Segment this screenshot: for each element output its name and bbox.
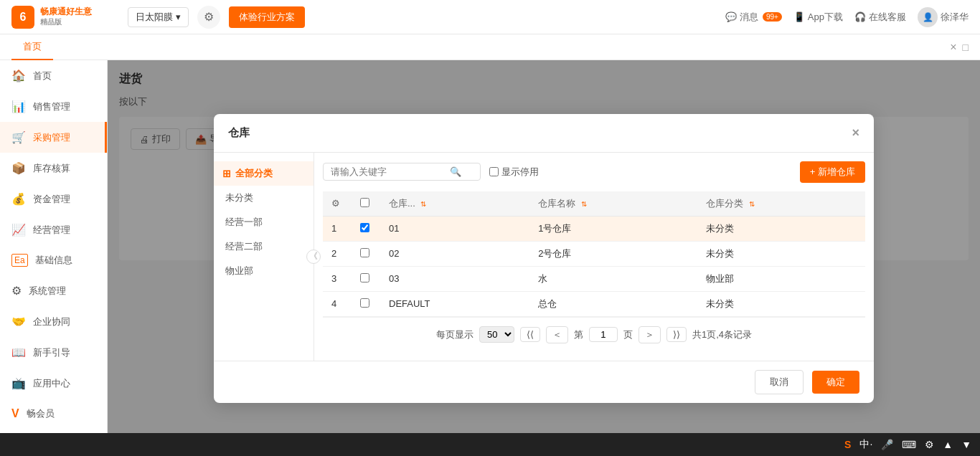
table-row[interactable]: 1 01 1号仓库 未分类 — [323, 216, 865, 241]
row-code: 03 — [380, 266, 529, 291]
select-all-checkbox[interactable] — [360, 198, 369, 207]
prev-page-button[interactable]: ＜ — [546, 326, 568, 343]
row-code: 01 — [380, 216, 529, 241]
confirm-button[interactable]: 确定 — [812, 371, 859, 394]
sidebar-item-guide[interactable]: 📖 新手引导 — [0, 337, 107, 368]
expand-window-icon[interactable]: □ — [963, 42, 969, 53]
operations-icon: 📈 — [11, 223, 26, 237]
close-window-icon[interactable]: × — [950, 41, 956, 54]
sidebar-label-finance: 资金管理 — [33, 193, 70, 206]
store-selector[interactable]: 日太阳膜 ▾ — [128, 7, 189, 27]
enterprise-icon: 🤝 — [11, 315, 26, 328]
nav-tabs-bar: 首页 × □ — [0, 34, 980, 60]
row-checkbox[interactable] — [360, 298, 369, 308]
col-category[interactable]: 仓库分类 ⇅ — [697, 191, 865, 217]
sidebar-item-home[interactable]: 🏠 首页 — [0, 60, 107, 91]
last-page-button[interactable]: ⟩⟩ — [666, 327, 687, 342]
settings-bottom-icon[interactable]: ⚙ — [925, 439, 934, 450]
table-row[interactable]: 3 03 水 物业部 — [323, 266, 865, 291]
table-row[interactable]: 2 02 2号仓库 未分类 — [323, 241, 865, 266]
cancel-button[interactable]: 取消 — [755, 370, 804, 394]
modal-toolbar: 🔍 显示停用 + 新增仓库 — [323, 161, 865, 183]
sidebar-item-sales[interactable]: 📊 销售管理 — [0, 91, 107, 122]
modal-body: ⊞ 全部分类 未分类 经营一部 经营二部 物业部 《 — [214, 153, 874, 361]
sidebar: 🏠 首页 📊 销售管理 🛒 采购管理 📦 库存核算 💰 资金管理 📈 经营管理 … — [0, 60, 108, 456]
pagination: 每页显示 50 ⟨⟨ ＜ 第 页 ＞ ⟩⟩ 共1页,4条记录 — [323, 317, 865, 352]
row-num: 4 — [323, 291, 352, 316]
category-item-ops1[interactable]: 经营一部 — [214, 210, 314, 234]
col-name-label: 仓库名称 — [538, 198, 575, 209]
first-page-button[interactable]: ⟨⟨ — [520, 327, 540, 342]
table-header-row: ⚙ 仓库... ⇅ — [323, 191, 865, 217]
category-item-ops2[interactable]: 经营二部 — [214, 234, 314, 259]
add-warehouse-button[interactable]: + 新增仓库 — [800, 161, 865, 183]
row-checkbox-cell — [352, 241, 380, 266]
customer-service-button[interactable]: 🎧 在线客服 — [854, 11, 906, 24]
settings-icon[interactable]: ⚙ — [197, 6, 220, 29]
try-industry-button[interactable]: 体验行业方案 — [229, 6, 305, 28]
row-checkbox[interactable] — [360, 223, 369, 232]
sidebar-item-apps[interactable]: 📺 应用中心 — [0, 368, 107, 399]
all-category-button[interactable]: ⊞ 全部分类 — [214, 161, 314, 186]
avatar-icon: 👤 — [918, 7, 938, 27]
table-row[interactable]: 4 DEFAULT 总仓 未分类 — [323, 291, 865, 316]
row-checkbox[interactable] — [360, 273, 369, 282]
down-arrow-icon[interactable]: ▼ — [961, 439, 971, 450]
next-page-button[interactable]: ＞ — [639, 326, 661, 343]
finance-icon: 💰 — [11, 192, 26, 206]
store-name: 日太阳膜 — [136, 11, 173, 24]
row-warehouse-name: 总仓 — [529, 291, 697, 316]
collapse-sidebar-button[interactable]: 《 — [306, 250, 321, 264]
sidebar-item-system[interactable]: ⚙ 系统管理 — [0, 275, 107, 306]
category-item-property[interactable]: 物业部 — [214, 259, 314, 283]
zh-label[interactable]: 中· — [859, 438, 872, 451]
user-avatar[interactable]: 👤 徐泽华 — [918, 7, 969, 27]
sidebar-item-member[interactable]: V 畅会员 — [0, 399, 107, 429]
row-code: 02 — [380, 241, 529, 266]
sidebar-label-purchase: 采购管理 — [33, 131, 70, 144]
show-disabled-checkbox-label[interactable]: 显示停用 — [489, 166, 539, 179]
up-arrow-icon[interactable]: ▲ — [943, 439, 953, 450]
table-settings-icon[interactable]: ⚙ — [331, 198, 340, 209]
page-number-input[interactable] — [589, 327, 618, 342]
per-page-select[interactable]: 50 — [479, 326, 514, 343]
nav-tab-home[interactable]: 首页 — [11, 34, 53, 60]
app-download-button[interactable]: 📱 App下载 — [793, 11, 843, 24]
sidebar-label-system: 系统管理 — [29, 285, 66, 298]
keyboard-icon[interactable]: ⌨ — [902, 439, 916, 450]
microphone-icon[interactable]: 🎤 — [881, 439, 893, 450]
sidebar-item-purchase[interactable]: 🛒 采购管理 — [0, 122, 107, 153]
header-actions: 💬 消息 99+ 📱 App下载 🎧 在线客服 👤 徐泽华 — [725, 7, 969, 27]
show-disabled-checkbox[interactable] — [489, 167, 499, 176]
message-button[interactable]: 💬 消息 99+ — [725, 11, 782, 24]
col-name[interactable]: 仓库名称 ⇅ — [529, 191, 697, 217]
sidebar-label-basic-info: 基础信息 — [35, 254, 72, 267]
col-code[interactable]: 仓库... ⇅ — [380, 191, 529, 217]
main-content: 进货 按以下 🖨 打印 📤 导出 🔄 刷新 查询 设置 — [108, 60, 980, 456]
username: 徐泽华 — [941, 11, 969, 24]
modal-category-sidebar: ⊞ 全部分类 未分类 经营一部 经营二部 物业部 《 — [214, 153, 314, 361]
search-input[interactable] — [331, 166, 446, 177]
modal-close-button[interactable]: × — [852, 125, 859, 141]
row-checkbox[interactable] — [360, 248, 369, 257]
system-icon: ⚙ — [11, 284, 22, 298]
sidebar-item-inventory[interactable]: 📦 库存核算 — [0, 153, 107, 184]
row-code: DEFAULT — [380, 291, 529, 316]
sidebar-label-enterprise: 企业协同 — [33, 315, 70, 328]
per-page-label: 每页显示 — [436, 328, 473, 341]
app-logo-icon: 6 — [11, 6, 34, 29]
all-category-label: 全部分类 — [235, 167, 273, 180]
sidebar-label-home: 首页 — [33, 70, 52, 82]
modal-main-content: 🔍 显示停用 + 新增仓库 — [314, 153, 874, 361]
category-item-unclassified[interactable]: 未分类 — [214, 186, 314, 210]
col-code-label: 仓库... — [389, 198, 415, 209]
sales-icon: 📊 — [11, 100, 26, 113]
sidebar-item-basic-info[interactable]: Ea 基础信息 — [0, 245, 107, 275]
message-badge: 99+ — [763, 12, 782, 22]
sidebar-item-operations[interactable]: 📈 经营管理 — [0, 214, 107, 245]
purchase-icon: 🛒 — [11, 130, 26, 144]
sidebar-label-inventory: 库存核算 — [33, 162, 70, 175]
sort-icon: ⇅ — [420, 200, 426, 208]
sidebar-item-enterprise[interactable]: 🤝 企业协同 — [0, 306, 107, 337]
sidebar-item-finance[interactable]: 💰 资金管理 — [0, 184, 107, 214]
